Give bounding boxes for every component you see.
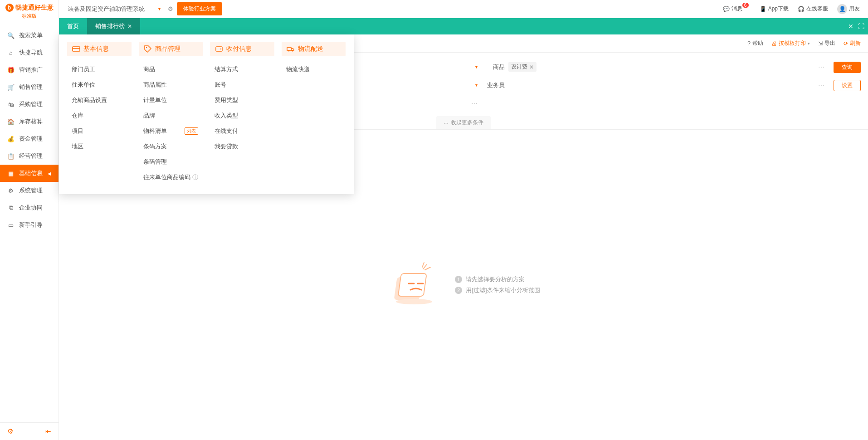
svg-point-11 — [288, 50, 289, 52]
menu-warehouse[interactable]: 仓库 — [67, 108, 132, 123]
menu-bom[interactable]: 物料清单列表 — [139, 123, 203, 139]
warehouse-icon: 🏠 — [7, 118, 15, 125]
print-link[interactable]: 🖨按模板打印▾ — [771, 39, 810, 47]
menu-goods[interactable]: 商品 — [139, 62, 203, 77]
avatar-icon: 👤 — [837, 4, 847, 14]
tool-label: 按模板打印 — [779, 39, 806, 47]
menu-dept-staff[interactable]: 部门员工 — [67, 62, 132, 77]
nav-collab[interactable]: ⧉企业协同 — [0, 199, 59, 216]
menu-unit[interactable]: 计量单位 — [139, 93, 203, 108]
nav-basic-info[interactable]: ▦基础信息◀ — [0, 165, 59, 182]
menu-project[interactable]: 项目 — [67, 123, 132, 139]
truck-icon — [286, 44, 295, 54]
query-button[interactable]: 查询 — [834, 62, 861, 73]
menu-account[interactable]: 账号 — [210, 77, 274, 93]
refresh-icon: ⟳ — [844, 40, 848, 47]
system-name: 装备及固定资产辅助管理系统 — [68, 5, 145, 13]
menu-col-logistics: 物流配送 物流快递 — [278, 42, 350, 185]
chevron-down-icon: ▾ — [158, 6, 161, 11]
close-all-icon[interactable]: ✕ — [848, 23, 853, 30]
settings-icon[interactable]: ⚙ — [7, 427, 13, 435]
menu-contacts[interactable]: 往来单位 — [67, 77, 132, 93]
empty-illustration — [387, 260, 441, 310]
menu-barcode-plan[interactable]: 条码方案 — [139, 139, 203, 154]
user-menu[interactable]: 👤 用友 — [834, 4, 863, 14]
chevron-down-icon: ▾ — [475, 64, 482, 69]
nav-system[interactable]: ⚙系统管理 — [0, 182, 59, 199]
close-icon[interactable]: ✕ — [127, 23, 132, 29]
menu-brand[interactable]: 品牌 — [139, 108, 203, 123]
search-icon: 🔍 — [7, 32, 15, 39]
nav-marketing[interactable]: 🎁营销推广 — [0, 61, 59, 78]
nav-guide[interactable]: ▭新手引导 — [0, 216, 59, 234]
clipboard-icon: 📋 — [7, 152, 15, 160]
service-link[interactable]: 🎧 在线客服 — [795, 5, 831, 13]
nav-label: 库存核算 — [19, 117, 43, 126]
svg-point-12 — [292, 50, 293, 52]
export-icon: ⇲ — [818, 40, 823, 47]
nav-inventory[interactable]: 🏠库存核算 — [0, 113, 59, 130]
close-icon[interactable]: ✕ — [529, 64, 534, 70]
menu-goods-attr[interactable]: 商品属性 — [139, 77, 203, 93]
more-icon[interactable]: ⋯ — [818, 64, 829, 71]
menu-express[interactable]: 物流快递 — [282, 62, 346, 77]
mega-menu: 基本信息 部门员工 往来单位 允销商品设置 仓库 项目 地区 商品管理 商品 商… — [59, 34, 354, 194]
book-icon: ▭ — [7, 221, 15, 229]
menu-online-pay[interactable]: 在线支付 — [210, 123, 274, 139]
download-link[interactable]: 📱 App下载 — [757, 5, 791, 13]
collapse-filters[interactable]: ︿ 收起更多条件 — [436, 116, 491, 129]
nav-search[interactable]: 🔍搜索菜单 — [0, 27, 59, 44]
export-link[interactable]: ⇲导出 — [818, 39, 835, 47]
collapse-icon[interactable]: ⇤ — [45, 427, 51, 435]
messages-link[interactable]: 💬 消息 6 — [720, 5, 753, 13]
logo-icon: b — [5, 4, 14, 12]
tab-sales-ranking[interactable]: 销售排行榜 ✕ — [87, 18, 140, 34]
tag-icon — [143, 44, 152, 54]
menu-settlement[interactable]: 结算方式 — [210, 62, 274, 77]
industry-cta-button[interactable]: 体验行业方案 — [177, 2, 222, 15]
logo-text: 畅捷通好生意 — [15, 4, 54, 12]
filter-product[interactable]: 设计费 ✕ ⋯ — [508, 61, 829, 73]
nav-sales[interactable]: 🛒销售管理 — [0, 78, 59, 96]
help-link[interactable]: ?帮助 — [747, 39, 763, 47]
menu-income-type[interactable]: 收入类型 — [210, 108, 274, 123]
user-name: 用友 — [849, 5, 860, 13]
menu-contact-goods-code[interactable]: 往来单位商品编码ⓘ — [139, 170, 203, 185]
refresh-link[interactable]: ⟳刷新 — [844, 39, 861, 47]
menu-header-payment: 收付信息 — [210, 42, 274, 56]
fullscreen-icon[interactable]: ⛶ — [858, 23, 864, 30]
nav-quick[interactable]: ⌂快捷导航 — [0, 44, 59, 61]
nav-label: 采购管理 — [19, 100, 43, 108]
product-tag: 设计费 ✕ — [508, 62, 536, 72]
sidebar: b 畅捷通好生意 标准版 🔍搜索菜单 ⌂快捷导航 🎁营销推广 🛒销售管理 🛍采购… — [0, 0, 59, 440]
settings-button[interactable]: 设置 — [834, 80, 861, 91]
gear-icon[interactable]: ⚙ — [168, 5, 173, 12]
nav-business[interactable]: 📋经营管理 — [0, 147, 59, 165]
nav-label: 新手引导 — [19, 221, 43, 229]
help-icon[interactable]: ⓘ — [192, 173, 198, 181]
logo-subtitle: 标准版 — [22, 13, 37, 20]
menu-header-logistics: 物流配送 — [282, 42, 346, 56]
money-icon: 💰 — [7, 135, 15, 142]
svg-point-9 — [220, 49, 221, 49]
wallet-icon — [215, 44, 224, 54]
nav-label: 企业协同 — [19, 204, 43, 212]
menu-expense-type[interactable]: 费用类型 — [210, 93, 274, 108]
more-icon[interactable]: ⋯ — [818, 82, 829, 89]
more-icon[interactable]: ⋯ — [471, 100, 482, 107]
step-text: 用[过滤]条件来缩小分析范围 — [466, 286, 540, 294]
tab-home[interactable]: 首页 — [59, 18, 87, 34]
nav-purchase[interactable]: 🛍采购管理 — [0, 96, 59, 113]
nav-label: 系统管理 — [19, 186, 43, 195]
menu-region[interactable]: 地区 — [67, 139, 132, 154]
nav-label: 基础信息 — [19, 169, 43, 177]
nav-finance[interactable]: 💰资金管理 — [0, 130, 59, 147]
menu-header-label: 商品管理 — [155, 45, 180, 53]
menu-loan[interactable]: 我要贷款 — [210, 139, 274, 154]
svg-rect-5 — [73, 47, 80, 51]
system-select[interactable]: 装备及固定资产辅助管理系统 ▾ — [64, 3, 164, 15]
svg-point-4 — [396, 299, 432, 304]
menu-barcode-mgmt[interactable]: 条码管理 — [139, 154, 203, 170]
menu-allow-sale[interactable]: 允销商品设置 — [67, 93, 132, 108]
filter-salesperson[interactable]: ⋯ — [508, 79, 829, 92]
